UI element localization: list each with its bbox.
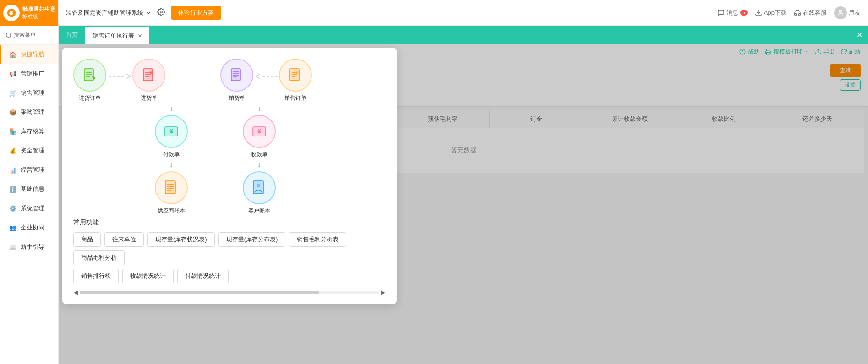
logo-icon: 畅 <box>3 5 20 21</box>
func-btn-stock-dist[interactable]: 现存量(库存分布表) <box>218 232 286 247</box>
func-btn-product-margin[interactable]: 商品毛利分析 <box>73 250 125 265</box>
search-label: 搜索菜单 <box>14 31 36 39</box>
experience-btn[interactable]: 体验行业方案 <box>171 6 221 20</box>
scrollbar-thumb[interactable] <box>80 291 319 294</box>
topbar: 装备及固定资产辅助管理系统 体验行业方案 消息 5 App下载 <box>59 0 868 26</box>
purchase-slip-label: 进货单 <box>141 94 157 102</box>
arrow-down-row: ↓ ↓ <box>73 104 312 113</box>
cart-icon: 🛒 <box>9 89 17 97</box>
flow-purchase-slip[interactable]: 进货单 <box>132 59 165 102</box>
arrow-down-payment: ↓ <box>155 160 188 169</box>
flow-sales-order[interactable]: 销售订单 <box>279 59 312 102</box>
online-service-btn[interactable]: 在线客服 <box>794 9 827 17</box>
receipt-slip-icon: ¥ <box>251 123 267 140</box>
receipt-slip-circle[interactable]: ¥ <box>243 115 276 148</box>
flow-sales-slip[interactable]: 销货单 <box>220 59 253 102</box>
user-avatar[interactable]: 用友 <box>834 6 861 19</box>
app-subtitle: 标准版 <box>22 13 55 20</box>
sidebar-item-label: 采购管理 <box>21 108 44 116</box>
flow-payment-slip[interactable]: ¥ 付款单 <box>155 115 188 158</box>
sidebar-item-marketing[interactable]: 📢 营销推广 <box>0 64 58 83</box>
purchase-slip-circle[interactable] <box>132 59 165 92</box>
search-area: 搜索菜单 <box>0 26 58 45</box>
sidebar-item-finance[interactable]: 💰 资金管理 <box>0 141 58 160</box>
sidebar-item-operations[interactable]: 📊 经营管理 <box>0 160 58 179</box>
search-menu-button[interactable]: 搜索菜单 <box>4 29 55 41</box>
system-title-dropdown[interactable]: 装备及固定资产辅助管理系统 <box>66 9 152 17</box>
flow-customer-account[interactable]: 客户账本 <box>243 171 276 215</box>
customer-account-label: 客户账本 <box>248 207 270 215</box>
tab-sales-order[interactable]: 销售订单执行表 ✕ <box>85 27 149 45</box>
func-btn-stock-status[interactable]: 现存量(库存状况表) <box>147 232 215 247</box>
tab-close-btn[interactable]: ✕ <box>138 33 142 39</box>
close-all-tabs-btn[interactable]: ✕ <box>857 31 863 39</box>
settings-btn[interactable] <box>157 8 165 17</box>
payment-slip-icon: ¥ <box>163 123 180 140</box>
gear-icon <box>157 8 165 16</box>
purchase-order-label: 进货订单 <box>79 94 101 102</box>
sidebar: 畅 畅康通好生意 标准版 搜索菜单 🏠 快捷导航 📢 营销推广 � <box>0 0 59 364</box>
flow-purchase-order[interactable]: 进货订单 <box>73 59 106 102</box>
scrollbar-left-arrow[interactable]: ◀ <box>73 289 78 296</box>
sidebar-item-system[interactable]: ⚙️ 系统管理 <box>0 199 58 218</box>
message-label: 消息 <box>726 9 738 17</box>
main-area: 装备及固定资产辅助管理系统 体验行业方案 消息 5 App下载 <box>59 0 868 364</box>
sidebar-item-quick-nav[interactable]: 🏠 快捷导航 <box>0 45 58 64</box>
customer-account-icon <box>251 179 267 196</box>
sidebar-item-purchase[interactable]: 📦 采购管理 <box>0 103 58 122</box>
func-btn-receipt-stats[interactable]: 收款情况统计 <box>122 269 174 283</box>
sidebar-item-newbie[interactable]: 📖 新手引导 <box>0 237 58 256</box>
topbar-right: 消息 5 App下载 在线客服 用友 <box>717 6 861 19</box>
content-area: 帮助 按模板打印 导出 刷新 <box>59 44 868 364</box>
purchase-order-circle[interactable] <box>73 59 106 92</box>
system-title: 装备及固定资产辅助管理系统 <box>66 9 143 17</box>
sidebar-item-label: 快捷导航 <box>21 50 44 59</box>
message-icon <box>717 9 725 16</box>
flow-supplier-account[interactable]: 供应商账本 <box>155 171 188 215</box>
sales-order-circle[interactable] <box>279 59 312 92</box>
svg-point-2 <box>6 33 11 37</box>
sidebar-item-inventory[interactable]: 🏪 库存核算 <box>0 122 58 141</box>
func-btn-sales-margin[interactable]: 销售毛利分析表 <box>289 232 346 247</box>
payment-slip-circle[interactable]: ¥ <box>155 115 188 148</box>
supplier-account-circle[interactable] <box>155 171 188 204</box>
chart-icon: 📊 <box>9 166 17 174</box>
sidebar-item-label: 企业协同 <box>21 223 44 232</box>
sidebar-item-enterprise[interactable]: 👥 企业协同 <box>0 218 58 237</box>
func-btn-product[interactable]: 商品 <box>73 232 101 247</box>
sidebar-item-basic[interactable]: ℹ️ 基础信息 <box>0 179 58 199</box>
purchase-slip-icon <box>141 67 157 83</box>
scrollbar-track[interactable] <box>80 291 379 294</box>
message-btn[interactable]: 消息 5 <box>717 9 748 17</box>
sidebar-nav: 🏠 快捷导航 📢 营销推广 🛒 销售管理 📦 采购管理 🏪 库存核算 💰 <box>0 45 58 364</box>
arrow-h2: < - - - - <box>255 71 278 82</box>
warehouse-icon: 🏪 <box>9 127 17 136</box>
team-icon: 👥 <box>9 223 17 232</box>
settings-icon: ⚙️ <box>9 204 17 212</box>
app-logo: 畅 畅康通好生意 标准版 <box>0 0 58 26</box>
tabbar: 首页 销售订单执行表 ✕ ✕ <box>59 26 868 44</box>
svg-rect-24 <box>231 69 240 81</box>
sidebar-item-label: 基础信息 <box>21 185 44 193</box>
func-btn-payment-stats[interactable]: 付款情况统计 <box>177 269 229 283</box>
spacer7 <box>188 160 243 169</box>
customer-account-circle[interactable] <box>243 171 276 204</box>
flow-receipt-slip[interactable]: ¥ 收款单 <box>243 115 276 158</box>
overlay[interactable]: 进货订单 - - - - > <box>59 44 868 364</box>
tab-home[interactable]: 首页 <box>59 26 85 44</box>
svg-text:¥: ¥ <box>170 128 173 135</box>
sidebar-item-sales[interactable]: 🛒 销售管理 <box>0 83 58 103</box>
receipt-slip-label: 收款单 <box>251 151 267 158</box>
app-download-btn[interactable]: App下载 <box>755 9 786 17</box>
arrow-down-row2: ↓ ↓ <box>73 160 312 169</box>
sales-slip-icon <box>229 67 245 83</box>
app-name: 畅康通好生意 <box>22 5 55 13</box>
func-btn-sales-rank[interactable]: 销售排行榜 <box>73 269 119 283</box>
sales-slip-circle[interactable] <box>220 59 253 92</box>
user-icon <box>837 9 844 16</box>
sidebar-item-label: 销售管理 <box>21 89 44 97</box>
scrollbar-right-arrow[interactable]: ▶ <box>381 289 386 296</box>
spacer3 <box>188 104 243 113</box>
func-btn-partner[interactable]: 往来单位 <box>104 232 144 247</box>
online-service-label: 在线客服 <box>803 9 827 17</box>
